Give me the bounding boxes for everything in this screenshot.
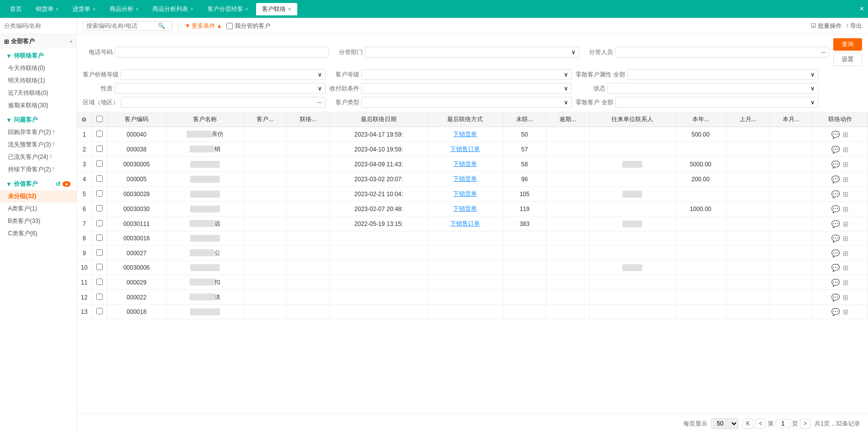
chat-icon[interactable]: 💬 (831, 293, 840, 301)
customer-type-select[interactable]: ∨ (361, 97, 572, 108)
per-page-select[interactable]: 50 100 200 (711, 418, 738, 429)
chat-icon[interactable]: 💬 (831, 205, 840, 213)
retail-customer-select[interactable]: ∨ (615, 97, 818, 108)
sidebar-item-near7[interactable]: 近7天待联络(0) (0, 87, 76, 99)
close-goods-analysis-list-icon[interactable]: × (190, 6, 193, 12)
batch-ops-button[interactable]: ☑ 批量操作 (811, 22, 842, 30)
sidebar-all-customers[interactable]: ⊞ 全部客户 « (0, 34, 76, 49)
nature-select[interactable]: ∨ (115, 83, 326, 94)
chat-icon[interactable]: 💬 (831, 234, 840, 242)
th-gear[interactable]: ⚙ (77, 112, 92, 127)
sidebar-item-today[interactable]: 今天待联络(0) (0, 62, 76, 74)
search-input[interactable] (86, 22, 156, 29)
row-checkbox[interactable] (96, 220, 103, 226)
person-select[interactable]: ··· (615, 47, 829, 58)
row-checkbox[interactable] (96, 264, 103, 270)
problem-customer-header[interactable]: ▼ 问题客户 (0, 114, 76, 126)
payment-select[interactable]: ∨ (361, 83, 572, 94)
row-checkbox[interactable] (96, 308, 103, 314)
price-tier-select[interactable]: ∨ (121, 69, 326, 80)
contact-method-link[interactable]: 下销售订单 (450, 220, 480, 227)
grid-action-icon[interactable]: ⊞ (843, 160, 849, 168)
sidebar-item-holding[interactable]: 持续下滑客户(2) ? (0, 163, 76, 176)
chat-icon[interactable]: 💬 (831, 279, 840, 287)
chat-icon[interactable]: 💬 (831, 131, 840, 139)
chat-icon[interactable]: 💬 (831, 175, 840, 183)
query-button[interactable]: 查询 (833, 38, 862, 51)
chat-icon[interactable]: 💬 (831, 249, 840, 257)
my-customers-checkbox[interactable]: 我分管的客户 (226, 22, 270, 30)
contact-method-link[interactable]: 下销货单 (453, 131, 477, 138)
contact-method-link[interactable]: 下销货单 (453, 190, 477, 197)
chat-icon[interactable]: 💬 (831, 308, 840, 316)
sidebar-item-group-a[interactable]: A类客户(1) (0, 203, 76, 215)
row-checkbox[interactable] (96, 205, 103, 212)
chat-icon[interactable]: 💬 (831, 145, 840, 153)
row-checkbox[interactable] (96, 160, 103, 167)
grid-action-icon[interactable]: ⊞ (843, 279, 849, 287)
region-select[interactable]: ··· (121, 97, 326, 108)
close-sales-icon[interactable]: × (56, 6, 59, 12)
customer-level-select[interactable]: ∨ (361, 69, 572, 80)
search-icon[interactable]: 🔍 (158, 22, 165, 29)
sidebar-search-input[interactable] (4, 22, 77, 29)
reset-button[interactable]: 设置 (833, 53, 862, 66)
grid-action-icon[interactable]: ⊞ (843, 131, 849, 139)
grid-action-icon[interactable]: ⊞ (843, 308, 849, 316)
tab-goods-analysis[interactable]: 商品分析 × (104, 3, 144, 15)
close-all-tabs-button[interactable]: × (860, 4, 864, 13)
grid-action-icon[interactable]: ⊞ (843, 249, 849, 257)
more-conditions-button[interactable]: ▼ 更多条件 ▲ (185, 22, 222, 30)
sidebar-item-unclassified[interactable]: 未分组(32) (0, 190, 76, 203)
chat-icon[interactable]: 💬 (831, 220, 840, 228)
grid-action-icon[interactable]: ⊞ (843, 190, 849, 198)
export-button[interactable]: ↑ 导出 (846, 22, 862, 30)
grid-action-icon[interactable]: ⊞ (843, 234, 849, 242)
status-select[interactable]: ∨ (607, 83, 818, 94)
row-checkbox[interactable] (96, 279, 103, 285)
grid-action-icon[interactable]: ⊞ (843, 293, 849, 301)
my-customers-check[interactable] (226, 23, 233, 29)
row-checkbox[interactable] (96, 145, 103, 152)
dept-select[interactable]: ∨ (365, 47, 579, 58)
row-checkbox[interactable] (96, 249, 103, 256)
tab-customer-tier[interactable]: 客户分层经客 × (201, 3, 254, 15)
select-all-checkbox[interactable] (96, 116, 103, 122)
tab-purchase[interactable]: 进货单 × (67, 3, 101, 15)
first-page-button[interactable]: K (742, 419, 753, 429)
phone-input[interactable] (115, 47, 329, 58)
contact-method-link[interactable]: 下销售订单 (450, 145, 480, 152)
sidebar-item-loss-risk[interactable]: 流失预警客户(3) ? (0, 139, 76, 151)
grid-action-icon[interactable]: ⊞ (843, 145, 849, 153)
tab-customer-contact[interactable]: 客户联络 × (256, 3, 297, 15)
grid-action-icon[interactable]: ⊞ (843, 220, 849, 228)
chat-icon[interactable]: 💬 (831, 264, 840, 272)
sidebar-item-lost[interactable]: 已流失客户(24) ? (0, 151, 76, 163)
chat-icon[interactable]: 💬 (831, 160, 840, 168)
contact-method-link[interactable]: 下销货单 (453, 205, 477, 212)
tab-home[interactable]: 首页 (4, 3, 28, 15)
contact-method-link[interactable]: 下销货单 (453, 175, 477, 182)
row-checkbox[interactable] (96, 175, 103, 182)
close-goods-analysis-icon[interactable]: × (135, 6, 138, 12)
row-checkbox[interactable] (96, 190, 103, 197)
close-customer-tier-icon[interactable]: × (245, 6, 248, 12)
chat-icon[interactable]: 💬 (831, 190, 840, 198)
sidebar-item-tomorrow[interactable]: 明天待联络(1) (0, 74, 76, 87)
row-checkbox[interactable] (96, 131, 103, 137)
grid-action-icon[interactable]: ⊞ (843, 205, 849, 213)
page-input[interactable] (776, 419, 791, 428)
sidebar-item-overdue[interactable]: 逾期未联络(30) (0, 99, 76, 112)
sidebar-item-group-b[interactable]: B类客户(33) (0, 215, 76, 227)
value-customer-header[interactable]: ▼ 价值客户 ↺ ● (0, 178, 76, 190)
row-checkbox[interactable] (96, 293, 103, 300)
retail-attr-select[interactable]: ∨ (627, 69, 818, 80)
grid-action-icon[interactable]: ⊞ (843, 175, 849, 183)
next-page-button[interactable]: > (800, 419, 810, 429)
sidebar-item-repeat-abnormal[interactable]: 回购异常客户(2) ? (0, 126, 76, 139)
pending-contact-header[interactable]: ▼ 待联络客户 (0, 50, 76, 62)
prev-page-button[interactable]: < (755, 419, 766, 429)
row-checkbox[interactable] (96, 234, 103, 241)
tab-goods-analysis-list[interactable]: 商品分析列表 × (146, 3, 199, 15)
tab-sales[interactable]: 销货单 × (30, 3, 65, 15)
